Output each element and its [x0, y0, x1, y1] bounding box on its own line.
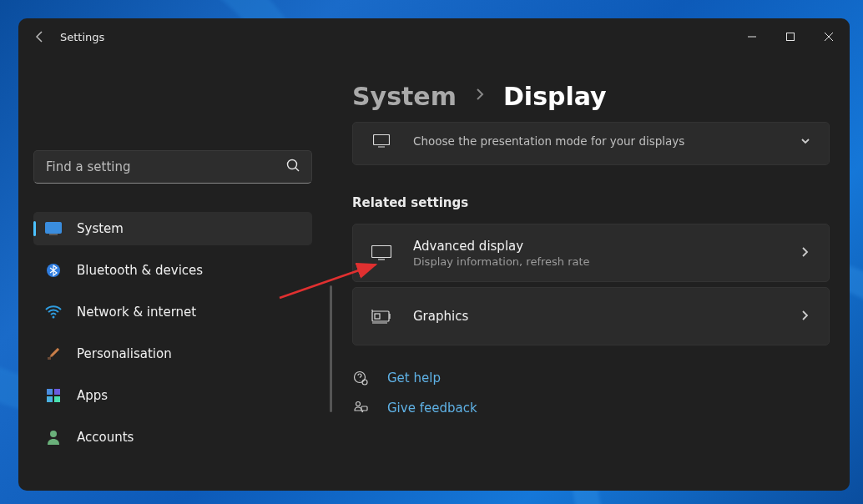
breadcrumb-parent[interactable]: System	[352, 82, 457, 111]
row-graphics[interactable]: Graphics	[352, 287, 830, 345]
sidebar-item-label: Accounts	[77, 430, 134, 445]
link-label: Give feedback	[387, 401, 477, 416]
sidebar-item-accounts[interactable]: Accounts	[33, 421, 312, 454]
help-icon	[352, 370, 369, 386]
link-label: Get help	[387, 370, 441, 386]
footer-links: Get help Give feedback	[352, 370, 830, 416]
main-content: System Display Choose the presentation m…	[327, 55, 850, 491]
sidebar-item-label: Bluetooth & devices	[77, 263, 203, 278]
sidebar-item-network[interactable]: Network & internet	[33, 295, 312, 329]
chevron-down-icon	[800, 134, 810, 149]
link-get-help[interactable]: Get help	[352, 370, 830, 386]
gpu-icon	[371, 309, 391, 324]
svg-rect-2	[46, 223, 62, 234]
search-box[interactable]	[33, 150, 312, 184]
svg-point-11	[50, 431, 57, 437]
svg-rect-3	[49, 234, 58, 235]
chevron-right-icon	[799, 245, 810, 261]
row-subtitle: Choose the presentation mode for your di…	[413, 134, 684, 148]
row-subtitle: Display information, refresh rate	[413, 255, 590, 268]
search-icon	[286, 159, 300, 175]
svg-rect-9	[47, 396, 53, 402]
svg-rect-6	[48, 357, 51, 360]
svg-rect-19	[361, 406, 367, 411]
system-icon	[45, 220, 62, 237]
monitor-icon	[371, 245, 391, 260]
nav-list: System Bluetooth & devices Network & int…	[33, 212, 312, 462]
svg-point-18	[356, 402, 361, 406]
back-button[interactable]	[20, 18, 60, 55]
settings-window: Settings System Bluetooth & devices	[18, 18, 850, 491]
sidebar: System Bluetooth & devices Network & int…	[18, 55, 327, 491]
chevron-right-icon	[799, 309, 810, 325]
svg-point-5	[53, 316, 55, 319]
titlebar: Settings	[18, 18, 850, 55]
breadcrumb: System Display	[352, 55, 830, 122]
wifi-icon	[45, 304, 62, 320]
row-advanced-display[interactable]: Advanced display Display information, re…	[352, 224, 830, 282]
feedback-icon	[352, 401, 369, 416]
chevron-right-icon	[472, 86, 488, 106]
search-input[interactable]	[46, 159, 286, 174]
svg-point-1	[288, 160, 297, 169]
sidebar-item-system[interactable]: System	[33, 212, 312, 245]
svg-rect-10	[54, 396, 60, 402]
display-icon	[371, 134, 391, 148]
sidebar-item-label: Personalisation	[77, 346, 172, 361]
svg-rect-0	[787, 33, 795, 41]
minimize-button[interactable]	[733, 18, 771, 55]
paintbrush-icon	[45, 345, 62, 362]
sidebar-item-apps[interactable]: Apps	[33, 379, 312, 412]
svg-rect-12	[374, 135, 390, 145]
sidebar-item-bluetooth[interactable]: Bluetooth & devices	[33, 254, 312, 287]
row-multiple-displays[interactable]: Choose the presentation mode for your di…	[352, 122, 830, 165]
sidebar-item-label: Network & internet	[77, 305, 196, 320]
svg-rect-13	[372, 246, 391, 258]
close-button[interactable]	[810, 18, 848, 55]
row-title: Graphics	[413, 309, 468, 324]
section-title: Related settings	[352, 195, 830, 210]
bluetooth-icon	[45, 262, 62, 279]
breadcrumb-current: Display	[503, 82, 607, 111]
svg-rect-7	[47, 389, 53, 395]
person-icon	[45, 429, 62, 446]
row-title: Advanced display	[413, 239, 590, 254]
maximize-button[interactable]	[771, 18, 810, 55]
sidebar-item-label: System	[77, 221, 124, 236]
svg-point-17	[362, 380, 367, 385]
svg-rect-15	[375, 314, 380, 319]
apps-icon	[45, 387, 62, 404]
link-give-feedback[interactable]: Give feedback	[352, 401, 830, 416]
sidebar-item-label: Apps	[77, 388, 108, 403]
svg-rect-8	[54, 389, 60, 395]
app-title: Settings	[60, 31, 104, 43]
sidebar-item-personalisation[interactable]: Personalisation	[33, 337, 312, 370]
